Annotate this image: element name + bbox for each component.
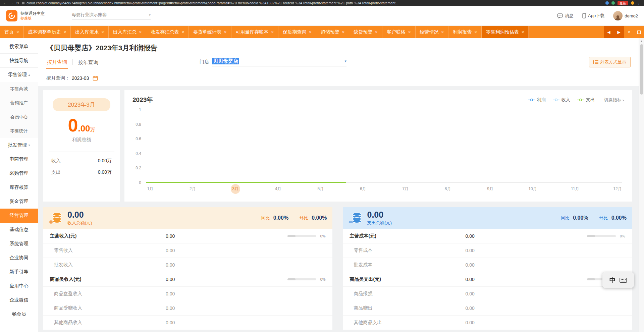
main-content: 《贝贝母婴店》2023年3月利润报告 按月查询 按年查询 门店 贝贝母婴店 ▾ … [38,38,639,332]
x-label[interactable]: 2月 [188,186,197,192]
close-icon[interactable]: × [375,30,378,35]
address-bar[interactable]: cloud.chanjet.com/nsy/d4o8/74daqxh/1ole3… [22,1,603,5]
profile-icon[interactable] [631,1,634,5]
mom-label: 环比 [599,215,608,221]
tab-item[interactable]: 收发存汇总表× [146,26,189,38]
keyboard-icon[interactable] [620,278,627,283]
update-badge[interactable]: 更新 [618,1,628,5]
sidebar-item-operations-mgmt[interactable]: 经营管理 [0,209,38,223]
legend-item-expense[interactable]: 支出 [577,97,595,103]
browser-menu-icon[interactable]: ⋮ [637,1,641,5]
income-label: 收入 [51,158,61,164]
scroll-tabs-left-icon[interactable]: ◀ [604,26,614,38]
tab-item[interactable]: 超储预警× [316,26,350,38]
sidebar-item-enterprise-collab[interactable]: 企业协同 [0,251,38,265]
tab-monthly-query[interactable]: 按月查询 [46,55,68,69]
scroll-up-arrow[interactable]: ▴ [641,38,642,44]
sidebar-item-search-menu[interactable]: 搜索菜单 [0,40,38,54]
tab-item[interactable]: 成本调整单历史× [24,26,71,38]
close-icon[interactable]: × [101,30,104,35]
account-set-select[interactable]: 母婴行业演示账套 ▾ [72,12,151,20]
ime-language[interactable]: 中 [609,276,615,284]
sidebar-item-wholesale-mgmt[interactable]: 批发管理▾ [0,138,38,152]
sidebar-item-inventory-accounting[interactable]: 库存核算 [0,180,38,195]
refresh-icon[interactable]: ↻ [16,1,19,5]
close-icon[interactable]: × [342,30,345,35]
tab-item[interactable]: 客户联络× [382,26,416,38]
x-label[interactable]: 7月 [401,186,410,192]
fullscreen-icon[interactable] [634,26,644,38]
tab-yearly-query[interactable]: 按年查询 [77,56,99,69]
app-download-label: App下载 [588,13,604,19]
x-label[interactable]: 9月 [486,186,495,192]
sidebar-item-quick-nav[interactable]: 快捷导航 [0,54,38,68]
close-icon[interactable]: × [224,30,227,35]
tab-item[interactable]: 缺货预警× [349,26,382,38]
x-label-selected[interactable]: 3月 [231,184,240,194]
tab-item[interactable]: 经营情况× [416,26,449,38]
tab-item[interactable]: 保质期查询× [278,26,316,38]
tab-label: 零售利润预估表 [486,29,519,35]
sidebar-item-basic-info[interactable]: 基础信息 [0,223,38,237]
legend-item-income[interactable]: 收入 [552,97,570,103]
scrollbar[interactable]: ▴ [639,38,644,332]
sidebar-item-retail-mgmt[interactable]: 零售管理▴ [0,68,38,82]
tab-item[interactable]: 可用量库存账本× [231,26,279,38]
x-label[interactable]: 6月 [359,186,367,192]
close-icon[interactable]: × [408,30,411,35]
x-label[interactable]: 11月 [571,186,580,192]
close-icon[interactable]: × [139,30,142,35]
x-label[interactable]: 1月 [146,186,155,192]
sidebar-item-retail-stats[interactable]: 零售统计 [0,124,38,138]
sidebar-item-chang-member[interactable]: 畅会员 [0,307,38,321]
ime-widget[interactable]: 中 [602,272,634,288]
close-icon[interactable]: × [474,30,477,35]
sidebar-item-funds-mgmt[interactable]: 资金管理 [0,195,38,209]
legend-item-profit[interactable]: 利润 [528,97,546,103]
sidebar-item-retail-mall[interactable]: 零售商城 [0,82,38,96]
close-icon[interactable]: × [309,30,312,35]
close-all-tabs-icon[interactable]: × [624,26,634,38]
extension-icon[interactable] [605,1,609,5]
list-view-button[interactable]: 列表方式显示 [589,57,631,67]
tab-item[interactable]: 出入库流水× [71,26,109,38]
close-icon[interactable]: × [271,30,274,35]
close-icon[interactable]: × [441,30,444,35]
x-label[interactable]: 8月 [443,186,452,192]
store-select[interactable]: 贝贝母婴店 ▾ [212,58,346,66]
x-label[interactable]: 12月 [613,186,622,192]
close-icon[interactable]: × [16,30,19,35]
y-axis-label: 0.6 [132,136,141,141]
x-label[interactable]: 4月 [274,186,282,192]
user-menu[interactable]: demo2 [613,11,638,20]
tab-item[interactable]: 要货单统计表× [189,26,231,38]
tab-item-active[interactable]: 零售利润预估表× [482,26,529,38]
close-icon[interactable]: × [522,30,524,35]
app-download-button[interactable]: App下载 [582,13,604,19]
extension-icon[interactable] [611,1,615,5]
sidebar-item-beginner-guide[interactable]: 新手引导 [0,265,38,279]
sidebar-item-member-center[interactable]: 会员中心 [0,110,38,124]
back-icon[interactable]: ← [3,1,7,5]
switch-metric-button[interactable]: 切换指标› [604,97,624,103]
sidebar-item-system-mgmt[interactable]: 系统管理 [0,237,38,251]
sidebar-item-purchase-mgmt[interactable]: 采购管理 [0,166,38,180]
tab-item[interactable]: 出入库汇总× [109,26,147,38]
table-row: 批发成本0.00 [343,258,632,272]
close-icon[interactable]: × [64,30,66,35]
sidebar-item-wecom[interactable]: 企业微信 [0,293,38,307]
messages-button[interactable]: 消息 [557,13,574,19]
x-label[interactable]: 10月 [528,186,537,192]
sidebar-item-marketing[interactable]: 营销推广 [0,96,38,110]
forward-icon[interactable]: → [10,1,13,5]
scroll-tabs-right-icon[interactable]: ▶ [614,26,624,38]
close-icon[interactable]: × [181,30,184,35]
x-label[interactable]: 5月 [316,186,325,192]
calendar-icon[interactable] [93,75,98,81]
month-query-value: 2023-03 [72,75,89,81]
sidebar-item-app-center[interactable]: 应用中心 [0,279,38,293]
scrollbar-thumb[interactable] [640,44,643,95]
sidebar-item-ecommerce-mgmt[interactable]: 电商管理 [0,152,38,166]
tab-item[interactable]: 首页× [0,26,24,38]
tab-item[interactable]: 利润报告× [448,26,482,38]
